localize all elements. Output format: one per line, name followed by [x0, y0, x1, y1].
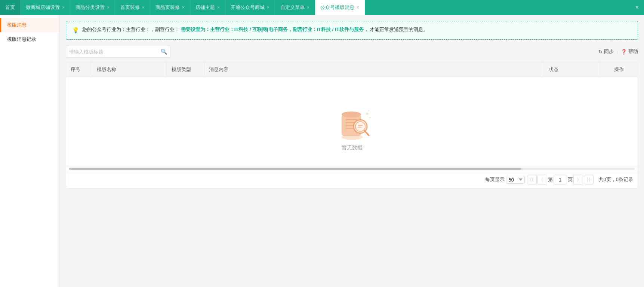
- col-header-action: 操作: [600, 62, 638, 77]
- col-header-seq: 序号: [66, 62, 92, 77]
- page-size-select[interactable]: 50 10 20 100: [506, 176, 525, 184]
- svg-rect-11: [358, 127, 361, 128]
- tab-home-decoration-label: 首页装修: [120, 4, 140, 11]
- svg-line-9: [364, 131, 369, 135]
- empty-state: 暂无数据: [66, 77, 638, 166]
- search-input[interactable]: [69, 49, 161, 55]
- tab-open-mall[interactable]: 开通公众号商城 ×: [225, 0, 275, 15]
- help-icon: ❓: [621, 49, 627, 55]
- tab-template-msg-label: 公众号模版消息: [320, 4, 354, 11]
- svg-point-8: [355, 122, 365, 131]
- sync-icon: ↻: [598, 49, 603, 55]
- horizontal-scrollbar[interactable]: [66, 166, 638, 171]
- svg-point-13: [369, 117, 371, 118]
- notice-icon: 💡: [72, 26, 79, 35]
- toolbar-divider: |: [617, 49, 618, 55]
- tab-product-decoration[interactable]: 商品页装修 ×: [150, 0, 190, 15]
- svg-rect-10: [358, 125, 363, 126]
- page-nav: ⟨⟨ ⟨ 第 页 ⟩ ⟩⟩: [527, 175, 594, 184]
- svg-rect-3: [345, 119, 357, 120]
- page-label-post: 页: [568, 176, 573, 183]
- tab-open-mall-label: 开通公众号商城: [231, 4, 265, 11]
- svg-point-14: [368, 110, 369, 112]
- col-header-status: 状态: [544, 62, 600, 77]
- tab-category-settings-close[interactable]: ×: [107, 5, 110, 10]
- tab-product-decoration-close[interactable]: ×: [182, 5, 185, 10]
- pagination: 每页显示 50 10 20 100 ⟨⟨ ⟨ 第 页 ⟩ ⟩⟩: [66, 171, 638, 188]
- notice-text: 您的公众号行业为：主营行业：，副营行业： 需要设置为：主营行业：IT科技 / 互…: [82, 26, 428, 34]
- current-page-input[interactable]: [554, 175, 567, 184]
- tab-home-decoration-close[interactable]: ×: [142, 5, 145, 10]
- tab-wshop-settings-label: 微商城店铺设置: [26, 4, 60, 11]
- table-header: 序号 模版名称 模版类型 消息内容 状态 操作: [66, 62, 638, 77]
- notice-highlight: 需要设置为：主营行业：IT科技 / 互联网|电子商务，副营行业：IT科技 / I…: [181, 27, 369, 32]
- help-button[interactable]: ❓ 帮助: [621, 48, 638, 55]
- first-page-button[interactable]: ⟨⟨: [527, 175, 537, 184]
- tab-template-msg[interactable]: 公众号模版消息 ×: [315, 0, 365, 15]
- search-icon[interactable]: 🔍: [161, 49, 167, 55]
- sync-label: 同步: [604, 48, 614, 55]
- sidebar-item-template-msg-record[interactable]: 模版消息记录: [0, 32, 59, 46]
- content-area: 💡 您的公众号行业为：主营行业：，副营行业： 需要设置为：主营行业：IT科技 /…: [60, 15, 644, 287]
- empty-text: 暂无数据: [342, 144, 363, 151]
- tab-wshop-settings-close[interactable]: ×: [62, 5, 65, 10]
- toolbar: 🔍 ↻ 同步 | ❓ 帮助: [66, 46, 638, 58]
- notice-prefix: 您的公众号行业为：主营行业：，副营行业：: [82, 27, 179, 32]
- total-info: 共0页，0条记录: [599, 176, 633, 183]
- sync-button[interactable]: ↻ 同步: [598, 48, 614, 55]
- scrollbar-track: [69, 168, 635, 170]
- tab-shop-theme-label: 店铺主题: [195, 4, 215, 11]
- svg-rect-4: [345, 122, 355, 123]
- close-all-tabs-button[interactable]: ×: [630, 4, 644, 11]
- sidebar: 模版消息 模版消息记录: [0, 15, 60, 287]
- tab-home-decoration[interactable]: 首页装修 ×: [115, 0, 150, 15]
- svg-rect-6: [345, 128, 354, 129]
- tab-home[interactable]: 首页: [0, 0, 21, 15]
- notice-banner: 💡 您的公众号行业为：主营行业：，副营行业： 需要设置为：主营行业：IT科技 /…: [66, 21, 638, 40]
- page-size-selector: 每页显示 50 10 20 100: [485, 176, 525, 184]
- svg-point-12: [366, 113, 368, 115]
- next-page-button[interactable]: ⟩: [573, 175, 583, 184]
- tab-custom-menu-label: 自定义菜单: [280, 4, 305, 11]
- notice-suffix: 才能正常发送预置的消息。: [370, 27, 428, 32]
- tab-home-label: 首页: [5, 4, 15, 11]
- toolbar-right: ↻ 同步 | ❓ 帮助: [598, 48, 638, 55]
- tab-category-settings[interactable]: 商品分类设置 ×: [70, 0, 115, 15]
- tab-custom-menu[interactable]: 自定义菜单 ×: [275, 0, 315, 15]
- svg-point-2: [342, 112, 361, 117]
- main-layout: 模版消息 模版消息记录 💡 您的公众号行业为：主营行业：，副营行业： 需要设置为…: [0, 15, 644, 287]
- last-page-button[interactable]: ⟩⟩: [584, 175, 594, 184]
- prev-page-button[interactable]: ⟨: [537, 175, 547, 184]
- help-label: 帮助: [628, 48, 638, 55]
- col-header-content: 消息内容: [204, 62, 544, 77]
- sidebar-item-template-msg-record-label: 模版消息记录: [7, 36, 36, 42]
- tab-category-settings-label: 商品分类设置: [76, 4, 105, 11]
- tab-custom-menu-close[interactable]: ×: [307, 5, 309, 10]
- tab-shop-theme[interactable]: 店铺主题 ×: [190, 0, 225, 15]
- data-table: 序号 模版名称 模版类型 消息内容 状态 操作: [66, 62, 638, 189]
- col-header-name: 模版名称: [92, 62, 167, 77]
- empty-illustration: [330, 100, 375, 144]
- search-box: 🔍: [66, 46, 170, 58]
- page-size-label: 每页显示: [485, 176, 505, 183]
- tab-shop-theme-close[interactable]: ×: [217, 5, 220, 10]
- tab-template-msg-close[interactable]: ×: [357, 5, 359, 10]
- tab-bar: 首页 微商城店铺设置 × 商品分类设置 × 首页装修 × 商品页装修 × 店铺主…: [0, 0, 644, 15]
- col-header-type: 模版类型: [167, 62, 204, 77]
- sidebar-item-template-msg[interactable]: 模版消息: [0, 18, 59, 32]
- tab-wshop-settings[interactable]: 微商城店铺设置 ×: [21, 0, 70, 15]
- tab-open-mall-close[interactable]: ×: [267, 5, 269, 10]
- page-label-pre: 第: [548, 176, 553, 183]
- scrollbar-thumb[interactable]: [69, 168, 521, 170]
- tab-product-decoration-label: 商品页装修: [155, 4, 180, 11]
- sidebar-item-template-msg-label: 模版消息: [7, 22, 27, 28]
